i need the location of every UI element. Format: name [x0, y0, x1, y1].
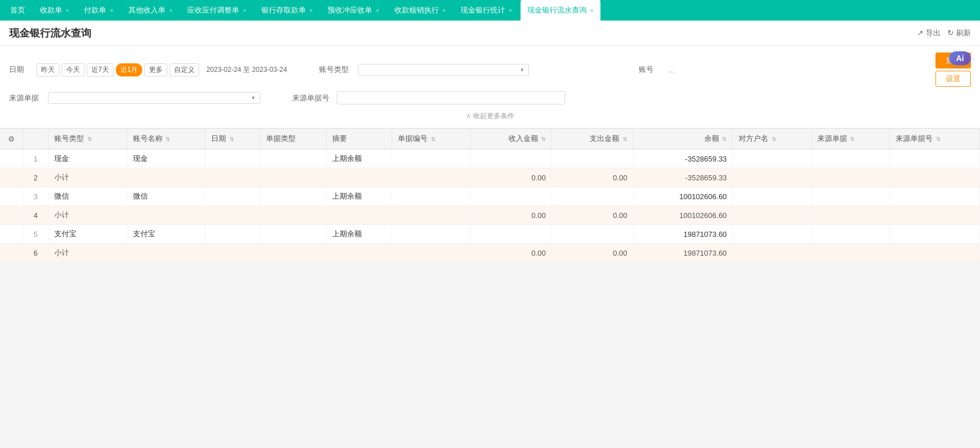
table-cell — [392, 206, 470, 225]
col-expense-header[interactable]: 支出金额 ⇅ — [552, 129, 634, 150]
table-cell: 小计 — [49, 206, 127, 225]
sort-icon: ⇅ — [166, 136, 170, 142]
col-summary-header: 摘要 — [326, 129, 392, 150]
date-btn-yesterday[interactable]: 昨天 — [37, 63, 59, 76]
table-cell: 上期余额 — [326, 149, 392, 168]
table-cell — [260, 149, 326, 168]
table-row[interactable]: 6小计0.000.0019871073.60 — [0, 244, 980, 263]
tab-bank-deposit[interactable]: 银行存取款单 × — [255, 0, 320, 21]
table-cell — [260, 206, 326, 225]
table-cell — [470, 225, 552, 244]
sort-icon: ⇅ — [722, 136, 727, 142]
table-cell — [392, 187, 470, 206]
table-cell — [889, 149, 979, 168]
col-num-header — [23, 129, 49, 150]
table-cell — [205, 225, 260, 244]
close-icon[interactable]: × — [590, 7, 594, 14]
date-btn-custom[interactable]: 自定义 — [170, 63, 199, 76]
table-cell: 19871073.60 — [634, 244, 733, 263]
account-dots[interactable]: ... — [668, 66, 675, 74]
close-icon[interactable]: × — [309, 7, 313, 14]
close-icon[interactable]: × — [169, 7, 172, 14]
date-btn-today[interactable]: 今天 — [62, 63, 84, 76]
ai-badge[interactable]: Ai — [949, 51, 971, 65]
sort-icon: ⇅ — [850, 136, 854, 142]
table-cell — [205, 149, 260, 168]
account-type-select[interactable]: ▾ — [358, 64, 529, 76]
col-settings-header[interactable]: ⚙ — [0, 129, 23, 150]
chevron-down-icon: ▾ — [521, 66, 524, 74]
table-cell — [127, 168, 205, 187]
table-cell — [260, 225, 326, 244]
sort-icon: ⇅ — [541, 136, 546, 142]
close-icon[interactable]: × — [509, 7, 512, 14]
tab-write-off[interactable]: 收款核销执行 × — [388, 0, 453, 21]
export-button[interactable]: ↗ 导出 — [917, 28, 941, 38]
top-nav: 首页 收款单 × 付款单 × 其他收入单 × 应收应付调整单 × 银行存取款单 … — [0, 0, 980, 21]
table-cell: 现金 — [49, 149, 127, 168]
col-balance-header[interactable]: 余额 ⇅ — [634, 129, 733, 150]
date-btn-7days[interactable]: 近7天 — [87, 63, 114, 76]
close-icon[interactable]: × — [110, 7, 113, 14]
table-row[interactable]: 2小计0.000.00-3528659.33 — [0, 168, 980, 187]
table-cell — [470, 149, 552, 168]
tab-other-income[interactable]: 其他收入单 × — [122, 0, 179, 21]
tab-payment[interactable]: 付款单 × — [77, 0, 120, 21]
col-doc-type-header: 单据类型 — [260, 129, 326, 150]
close-icon[interactable]: × — [66, 7, 69, 14]
date-range: 2023-02-24 至 2023-03-24 — [206, 65, 287, 75]
col-source-doc-header[interactable]: 来源单据 ⇅ — [811, 129, 889, 150]
source-doc-no-label: 来源单据号 — [292, 93, 332, 103]
close-icon[interactable]: × — [243, 7, 246, 14]
table-row[interactable]: 5支付宝支付宝上期余额19871073.60 — [0, 225, 980, 244]
table-cell: 支付宝 — [127, 225, 205, 244]
settings-button[interactable]: 设置 — [935, 71, 971, 87]
tab-bank-flow[interactable]: 现金银行流水查询 × — [521, 0, 600, 21]
table-cell — [0, 206, 23, 225]
col-income-header[interactable]: 收入金额 ⇅ — [470, 129, 552, 150]
table-cell: 小计 — [49, 244, 127, 263]
col-account-type-header[interactable]: 账号类型 ⇅ — [49, 129, 127, 150]
col-doc-no-header[interactable]: 单据编号 ⇅ — [392, 129, 470, 150]
table-cell — [811, 187, 889, 206]
table-cell: 19871073.60 — [634, 225, 733, 244]
col-source-doc-no-header[interactable]: 来源单据号 ⇅ — [889, 129, 979, 150]
table-row[interactable]: 1现金现金上期余额-3528659.33 — [0, 149, 980, 168]
table-cell — [733, 225, 811, 244]
table-cell: 微信 — [127, 187, 205, 206]
nav-home[interactable]: 首页 — [2, 0, 33, 21]
account-type-label: 账号类型 — [319, 64, 353, 75]
tab-ar-adjust[interactable]: 应收应付调整单 × — [180, 0, 253, 21]
col-account-name-header[interactable]: 账号名称 ⇅ — [127, 129, 205, 150]
table-cell — [127, 244, 205, 263]
close-icon[interactable]: × — [376, 7, 379, 14]
collapse-bar[interactable]: ∧ 收起更多条件 — [9, 109, 971, 123]
refresh-button[interactable]: ↻ 刷新 — [947, 28, 971, 38]
table-cell: 上期余额 — [326, 187, 392, 206]
table-cell — [733, 187, 811, 206]
table-cell — [260, 168, 326, 187]
table-cell — [811, 168, 889, 187]
table-header-row: ⚙ 账号类型 ⇅ 账号名称 ⇅ 日期 ⇅ 单据类型 摘要 — [0, 129, 980, 150]
tab-bank-stat[interactable]: 现金银行统计 × — [454, 0, 519, 21]
table-cell — [733, 149, 811, 168]
date-btn-more[interactable]: 更多 — [144, 63, 167, 76]
table-row[interactable]: 3微信微信上期余额100102606.60 — [0, 187, 980, 206]
tab-receipt[interactable]: 收款单 × — [33, 0, 76, 21]
table-cell — [392, 168, 470, 187]
table-row[interactable]: 4小计0.000.00100102606.60 — [0, 206, 980, 225]
sort-icon: ⇅ — [772, 136, 776, 142]
table-cell — [889, 187, 979, 206]
col-date-header[interactable]: 日期 ⇅ — [205, 129, 260, 150]
date-btn-1month[interactable]: 近1月 — [116, 63, 143, 76]
source-doc-no-input[interactable] — [337, 91, 565, 104]
table-cell — [889, 244, 979, 263]
table-cell — [205, 244, 260, 263]
source-doc-select[interactable]: ▾ — [48, 92, 260, 104]
close-icon[interactable]: × — [442, 7, 446, 14]
header-actions: ↗ 导出 ↻ 刷新 — [917, 28, 971, 38]
table-cell — [260, 187, 326, 206]
table-cell: 0.00 — [470, 168, 552, 187]
tab-advance-offset[interactable]: 预收冲应收单 × — [321, 0, 386, 21]
col-counterparty-header[interactable]: 对方户名 ⇅ — [733, 129, 811, 150]
